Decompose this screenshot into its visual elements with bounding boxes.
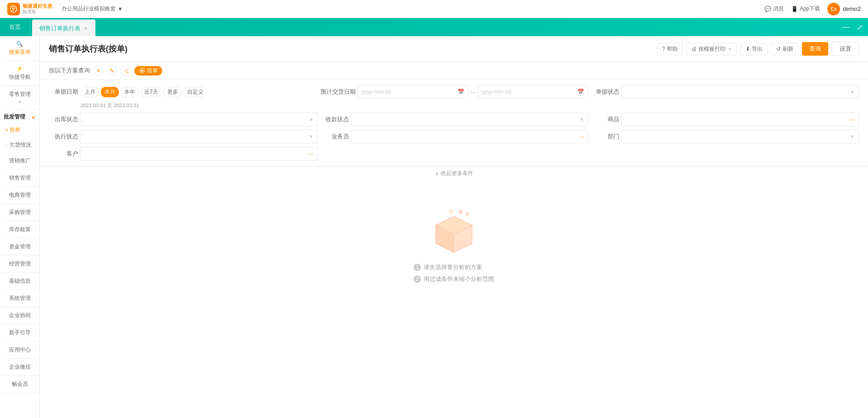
date-btn-custom[interactable]: 自定义 — [184, 87, 207, 97]
customer-ellipsis[interactable]: ··· — [308, 150, 314, 157]
tab-bar: 首页 销售订单执行表 × — ⤢ — [0, 18, 868, 36]
payment-arrow: ▼ — [579, 117, 584, 122]
selected-scheme[interactable]: ● 按单 — [134, 66, 162, 76]
sidebar-item-apps[interactable]: 应用中心 — [0, 342, 39, 359]
exec-arrow: ▼ — [309, 134, 314, 139]
help-label: 帮助 — [667, 45, 678, 53]
tab-home[interactable]: 首页 — [0, 18, 30, 36]
help-btn[interactable]: ? 帮助 — [657, 43, 683, 55]
customer-input[interactable]: ··· — [80, 147, 318, 161]
empty-hint-1: 1 请先选择要分析的方案 — [414, 261, 494, 273]
empty-hint-2-text: 用过滤条件来缩小分析范围 — [424, 273, 494, 285]
goods-input[interactable]: ··· — [621, 113, 859, 126]
scheme-edit-btn[interactable]: ✎ — [107, 66, 117, 76]
print-btn[interactable]: 🖨 按模板打印 ▼ — [686, 43, 737, 55]
svg-marker-8 — [465, 211, 470, 215]
message-action[interactable]: 💬 消息 — [764, 5, 784, 13]
date-range-separator: — — [470, 89, 476, 95]
sidebar-retail-label: 零售管理 — [9, 90, 31, 98]
status-label: 单据状态 — [590, 88, 619, 96]
svg-rect-7 — [449, 209, 453, 214]
sidebar-item-purchase[interactable]: 采购管理 — [0, 204, 39, 221]
sidebar-item-inventory[interactable]: 库存核算 — [0, 221, 39, 238]
date-btn-last-month[interactable]: 上月 — [81, 87, 99, 97]
export-btn[interactable]: ⬇ 导出 — [741, 43, 768, 55]
sidebar-item-finance[interactable]: 资金管理 — [0, 238, 39, 256]
page-content: 1 请先选择要分析的方案 2 用过滤条件来缩小分析范围 — [40, 180, 868, 418]
user-area[interactable]: Ea demo2 — [827, 3, 861, 15]
dept-select[interactable]: ▼ — [621, 130, 859, 143]
sidebar-order-label: 按单 — [9, 126, 20, 134]
scheme-label: 按以下方案查询 — [49, 66, 90, 75]
salesperson-input[interactable]: ··· — [351, 130, 589, 143]
collapse-more-btn[interactable]: ∧ 收起更多条件 — [40, 166, 868, 180]
sidebar-item-enterprise[interactable]: 企业协同 — [0, 307, 39, 324]
sidebar-search[interactable]: 🔍 搜索菜单 — [0, 36, 39, 61]
tab-close-icon[interactable]: × — [83, 24, 88, 33]
setting-btn[interactable]: 设置 — [832, 42, 859, 56]
sidebar-item-debt[interactable]: ○ 欠货情况 — [0, 138, 39, 152]
tab-active[interactable]: 销售订单执行表 × — [32, 19, 95, 38]
sidebar-item-system[interactable]: 系统管理 — [0, 290, 39, 307]
date-btn-this-month[interactable]: 本月 — [101, 87, 119, 97]
date-btn-this-year[interactable]: 本年 — [121, 87, 139, 97]
breadcrumb[interactable]: 办公用品行业模拟账套 ▼ — [61, 5, 123, 13]
sidebar-item-basic[interactable]: 基础信息 — [0, 273, 39, 290]
refresh-btn[interactable]: ↺ 刷新 — [771, 43, 798, 55]
sidebar-item-order[interactable]: ● 按单 — [0, 123, 39, 138]
sidebar-search-label: 搜索菜单 — [9, 48, 31, 56]
sidebar-item-wholesale[interactable]: 批发管理 ▲ — [0, 109, 39, 123]
customer-label: 客户 — [49, 150, 78, 158]
sidebar-item-sales[interactable]: 销售管理 — [0, 170, 39, 187]
svg-point-6 — [458, 209, 463, 214]
sidebar-item-newguide[interactable]: 新手引导 — [0, 324, 39, 342]
status-select-arrow: ▼ — [850, 89, 855, 95]
expected-date-end[interactable]: yyyy-mm-dd 📅 — [478, 85, 589, 99]
tab-maximize-btn[interactable]: ⤢ — [855, 21, 864, 33]
goods-ellipsis[interactable]: ··· — [849, 116, 855, 123]
filter-customer-cell: 客户 ··· — [49, 147, 318, 161]
expected-date-start[interactable]: yyyy-mm-dd 📅 — [358, 85, 468, 99]
salesperson-ellipsis[interactable]: ··· — [579, 133, 585, 140]
sidebar-item-retail[interactable]: 零售管理 ▼ — [0, 86, 39, 109]
sidebar-item-member[interactable]: 畅会员 — [0, 376, 39, 393]
sidebar-ecommerce-label: 电商管理 — [9, 191, 31, 199]
message-icon: 💬 — [764, 6, 771, 12]
sidebar-purchase-label: 采购管理 — [9, 209, 31, 216]
sidebar-item-quicknav[interactable]: ⚡ 快捷导航 — [0, 61, 39, 86]
scheme-add-btn[interactable]: + — [94, 66, 104, 76]
sidebar-item-wechat[interactable]: 企业微信 — [0, 359, 39, 376]
svg-point-0 — [10, 6, 17, 12]
search-btn[interactable]: 查询 — [802, 42, 828, 56]
sidebar-item-marketing[interactable]: 营销推广 — [0, 152, 39, 170]
date-btn-more[interactable]: 更多 — [164, 87, 182, 97]
content-area: 销售订单执行表(按单) ? 帮助 🖨 按模板打印 ▼ ⬇ 导出 ↺ 刷新 — [40, 36, 868, 418]
page-title: 销售订单执行表(按单) — [49, 43, 127, 60]
sidebar-item-operations[interactable]: 经营管理 — [0, 256, 39, 273]
sidebar-sales-label: 销售管理 — [9, 174, 31, 182]
delivery-label: 出库状态 — [49, 115, 78, 124]
status-select[interactable]: ▼ — [621, 85, 859, 99]
sidebar-item-ecommerce[interactable]: 电商管理 — [0, 187, 39, 204]
help-icon: ? — [662, 46, 665, 52]
payment-select[interactable]: ▼ — [351, 113, 589, 126]
delivery-select[interactable]: ▼ — [80, 113, 318, 126]
exec-select[interactable]: ▼ — [80, 130, 318, 143]
sidebar-wholesale-sub: ● 按单 ○ 欠货情况 — [0, 123, 39, 152]
header-right: 💬 消息 📱 App下载 Ea demo2 — [764, 3, 861, 15]
logo-sub: 标准版 — [23, 9, 52, 14]
print-label: 按模板打印 — [698, 45, 726, 53]
print-arrow-icon: ▼ — [727, 47, 732, 52]
empty-hint-2: 2 用过滤条件来缩小分析范围 — [414, 273, 494, 285]
order-active-icon: ● — [5, 128, 8, 132]
date-btn-7days[interactable]: 近7天 — [141, 87, 162, 97]
app-download-action[interactable]: 📱 App下载 — [791, 5, 820, 13]
exec-label: 执行状态 — [49, 133, 78, 141]
scheme-collapse-btn[interactable]: ◁ — [121, 66, 131, 76]
sidebar-marketing-label: 营销推广 — [9, 157, 31, 165]
refresh-label: 刷新 — [783, 45, 793, 53]
app-download-label: App下载 — [800, 5, 820, 13]
tab-minimize-btn[interactable]: — — [840, 21, 851, 33]
sidebar-wechat-label: 企业微信 — [9, 363, 31, 371]
sidebar-enterprise-label: 企业协同 — [9, 312, 31, 319]
